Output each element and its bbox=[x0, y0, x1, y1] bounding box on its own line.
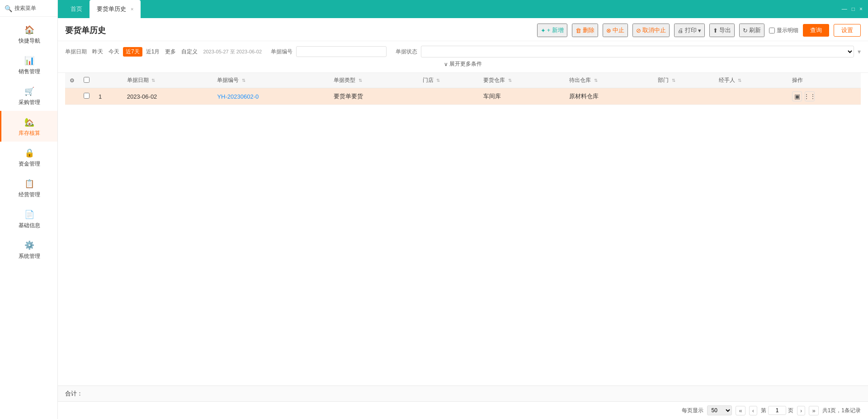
topbar-close-btn[interactable]: × bbox=[859, 6, 863, 12]
date-today-btn[interactable]: 今天 bbox=[107, 47, 121, 57]
settings-button[interactable]: 设置 bbox=[834, 24, 861, 37]
date-last7days-btn[interactable]: 近7天 bbox=[123, 47, 142, 57]
sidebar-item-inventory[interactable]: 🏡 库存核算 bbox=[0, 111, 57, 142]
date-yesterday-btn[interactable]: 昨天 bbox=[90, 47, 105, 57]
sort-icon-dept: ⇅ bbox=[672, 78, 675, 83]
refresh-icon: ↻ bbox=[743, 27, 748, 34]
sidebar-search-label: 搜索菜单 bbox=[14, 5, 36, 12]
row-doc-type: 要货单要货 bbox=[329, 88, 418, 105]
pagination: 每页显示 50 « ‹ 第 页 › » 共1页，1条记录 bbox=[58, 401, 868, 419]
sidebar-item-label: 资金管理 bbox=[19, 160, 40, 168]
expand-more-btn[interactable]: ∨ 展开更多条件 bbox=[65, 60, 861, 68]
col-pending-warehouse[interactable]: 待出仓库 ⇅ bbox=[565, 73, 653, 88]
new-button[interactable]: ✦ + 新增 bbox=[537, 24, 567, 37]
tab-home[interactable]: 首页 bbox=[63, 0, 90, 18]
cancel-stop-label: 取消中止 bbox=[642, 26, 666, 34]
col-doc-type[interactable]: 单据类型 ⇅ bbox=[329, 73, 418, 88]
tab-close-icon[interactable]: × bbox=[131, 6, 133, 12]
col-handler-label: 经手人 bbox=[719, 77, 735, 83]
sort-icon-store: ⇅ bbox=[436, 78, 440, 83]
sidebar-item-system-mgmt[interactable]: ⚙️ 系统管理 bbox=[0, 234, 57, 265]
row-action-edit-icon[interactable]: ▣ bbox=[792, 91, 802, 101]
per-page-label: 每页显示 bbox=[682, 407, 703, 414]
filter-area: 单据日期 昨天 今天 近7天 近1月 更多 自定义 2023-05-27 至 2… bbox=[58, 41, 868, 73]
sidebar-item-label: 采购管理 bbox=[19, 99, 40, 106]
last-page-btn[interactable]: » bbox=[809, 406, 818, 415]
cancel-stop-button[interactable]: ⊘ 取消中止 bbox=[632, 24, 670, 37]
stop-icon: ⊗ bbox=[606, 27, 611, 34]
col-handler[interactable]: 经手人 ⇅ bbox=[714, 73, 788, 88]
stop-button[interactable]: ⊗ 中止 bbox=[603, 24, 628, 37]
page-info: 第 页 bbox=[761, 406, 793, 415]
home-icon: 🏠 bbox=[24, 25, 34, 35]
finance-icon: 🔒 bbox=[24, 148, 34, 158]
col-req-warehouse[interactable]: 要货仓库 ⇅ bbox=[479, 73, 565, 88]
select-all-checkbox[interactable] bbox=[84, 77, 90, 83]
row-checkbox[interactable] bbox=[84, 93, 90, 99]
status-dropdown-icon[interactable]: ▾ bbox=[858, 48, 861, 55]
system-icon: ⚙️ bbox=[24, 240, 34, 250]
sidebar-item-quick-nav[interactable]: 🏠 快捷导航 bbox=[0, 19, 57, 49]
row-index: 1 bbox=[94, 88, 123, 105]
topbar-right: — □ × bbox=[842, 6, 863, 12]
col-action: 操作 bbox=[788, 73, 861, 88]
delete-button[interactable]: 🗑 删除 bbox=[572, 24, 598, 37]
table-header-row: ⚙ 单据日期 ⇅ 单据编号 ⇅ bbox=[65, 73, 861, 88]
tab-active[interactable]: 要货单历史 × bbox=[90, 0, 141, 18]
page-suffix: 页 bbox=[788, 407, 793, 414]
page-input[interactable] bbox=[768, 406, 786, 415]
date-custom-btn[interactable]: 自定义 bbox=[179, 47, 199, 57]
date-last1month-btn[interactable]: 近1月 bbox=[144, 47, 162, 57]
docno-filter-label: 单据编号 bbox=[271, 48, 292, 56]
toolbar: ✦ + 新增 🗑 删除 ⊗ 中止 ⊘ 取消中止 🖨 打印 bbox=[537, 24, 861, 37]
sidebar-search[interactable]: 🔍 搜索菜单 bbox=[0, 0, 57, 14]
row-doc-no: YH-20230602-0 bbox=[212, 88, 329, 105]
print-dropdown-icon: ▾ bbox=[698, 27, 701, 34]
col-store-label: 门店 bbox=[423, 77, 434, 83]
sort-icon-pending-warehouse: ⇅ bbox=[594, 78, 598, 83]
sidebar-item-purchase-mgmt[interactable]: 🛒 采购管理 bbox=[0, 80, 57, 111]
filter-group-status: 单据状态 ▾ bbox=[396, 46, 861, 57]
sidebar-item-sales-mgmt[interactable]: 📊 销售管理 bbox=[0, 49, 57, 80]
col-doc-date[interactable]: 单据日期 ⇅ bbox=[123, 73, 213, 88]
col-pending-warehouse-label: 待出仓库 bbox=[569, 77, 591, 83]
row-action-more-icon[interactable]: ⋮⋮ bbox=[805, 91, 815, 101]
topbar-maximize-btn[interactable]: □ bbox=[852, 6, 855, 12]
sidebar-item-basic-info[interactable]: 📄 基础信息 bbox=[0, 203, 57, 234]
delete-icon: 🗑 bbox=[576, 27, 581, 34]
export-button[interactable]: ⬆ 导出 bbox=[709, 24, 735, 37]
col-settings[interactable]: ⚙ bbox=[65, 73, 79, 88]
sidebar-item-finance-mgmt[interactable]: 🔒 资金管理 bbox=[0, 142, 57, 172]
date-more-btn[interactable]: 更多 bbox=[163, 47, 178, 57]
footer-summary: 合计： bbox=[58, 386, 868, 401]
query-button[interactable]: 查询 bbox=[803, 24, 829, 37]
export-icon: ⬆ bbox=[713, 27, 718, 34]
col-doc-no[interactable]: 单据编号 ⇅ bbox=[212, 73, 329, 88]
next-page-btn[interactable]: › bbox=[797, 406, 805, 415]
refresh-button[interactable]: ↻ 刷新 bbox=[739, 24, 764, 37]
sidebar-item-operations-mgmt[interactable]: 📋 经营管理 bbox=[0, 172, 57, 203]
topbar: 首页 要货单历史 × — □ × bbox=[58, 0, 868, 18]
sidebar-item-label: 经营管理 bbox=[19, 191, 40, 199]
date-filter-label: 单据日期 bbox=[65, 48, 87, 56]
col-doc-date-label: 单据日期 bbox=[127, 77, 149, 83]
status-filter-label: 单据状态 bbox=[396, 48, 417, 56]
display-detail-checkbox[interactable] bbox=[769, 28, 775, 33]
topbar-restore-btn[interactable]: — bbox=[842, 6, 847, 12]
row-handler bbox=[714, 88, 788, 105]
filter-group-docno: 单据编号 bbox=[271, 46, 387, 57]
total-info: 共1页，1条记录 bbox=[822, 407, 861, 414]
row-pending-warehouse: 原材料仓库 bbox=[565, 88, 653, 105]
docno-filter-input[interactable] bbox=[296, 46, 387, 57]
status-filter-select[interactable] bbox=[421, 46, 854, 57]
doc-no-link[interactable]: YH-20230602-0 bbox=[217, 93, 259, 100]
page-label: 第 bbox=[761, 407, 766, 414]
first-page-btn[interactable]: « bbox=[736, 406, 745, 415]
col-dept[interactable]: 部门 ⇅ bbox=[653, 73, 714, 88]
stop-label: 中止 bbox=[613, 26, 624, 34]
prev-page-btn[interactable]: ‹ bbox=[749, 406, 757, 415]
print-button[interactable]: 🖨 打印 ▾ bbox=[674, 24, 705, 37]
col-checkbox bbox=[79, 73, 94, 88]
per-page-select[interactable]: 50 bbox=[707, 405, 732, 415]
col-store[interactable]: 门店 ⇅ bbox=[418, 73, 479, 88]
